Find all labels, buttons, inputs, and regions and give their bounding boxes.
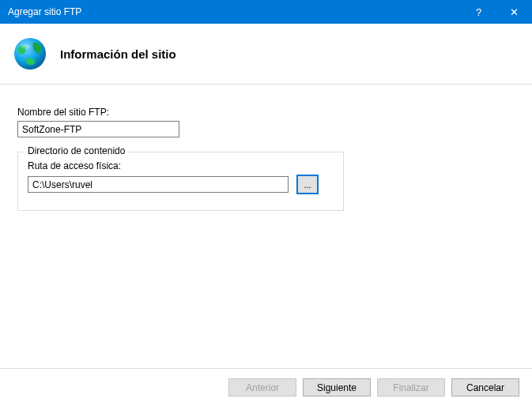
wizard-header: Información del sitio [0, 24, 532, 85]
path-row: ... [28, 175, 334, 194]
page-title: Información del sitio [60, 47, 176, 61]
cancel-button[interactable]: Cancelar [451, 378, 519, 397]
window-title: Agregar sitio FTP [8, 6, 461, 17]
groupbox-legend: Directorio de contenido [25, 145, 128, 156]
globe-icon [11, 35, 49, 73]
wizard-footer: Anterior Siguiente Finalizar Cancelar [0, 368, 532, 406]
wizard-content: Nombre del sitio FTP: Directorio de cont… [0, 85, 532, 219]
site-name-label: Nombre del sitio FTP: [17, 107, 515, 118]
content-directory-groupbox: Directorio de contenido Ruta de acceso f… [17, 152, 344, 211]
svg-point-1 [21, 44, 30, 49]
titlebar-controls: ? ✕ [461, 0, 532, 24]
finish-button: Finalizar [377, 378, 445, 397]
help-button[interactable]: ? [461, 0, 496, 24]
previous-button: Anterior [228, 378, 296, 397]
physical-path-input[interactable] [28, 176, 289, 193]
browse-button[interactable]: ... [296, 175, 319, 194]
site-name-input[interactable] [17, 121, 179, 137]
close-button[interactable]: ✕ [496, 0, 532, 24]
next-button[interactable]: Siguiente [303, 378, 371, 397]
physical-path-label: Ruta de acceso física: [28, 160, 334, 171]
window-titlebar: Agregar sitio FTP ? ✕ [0, 0, 532, 24]
